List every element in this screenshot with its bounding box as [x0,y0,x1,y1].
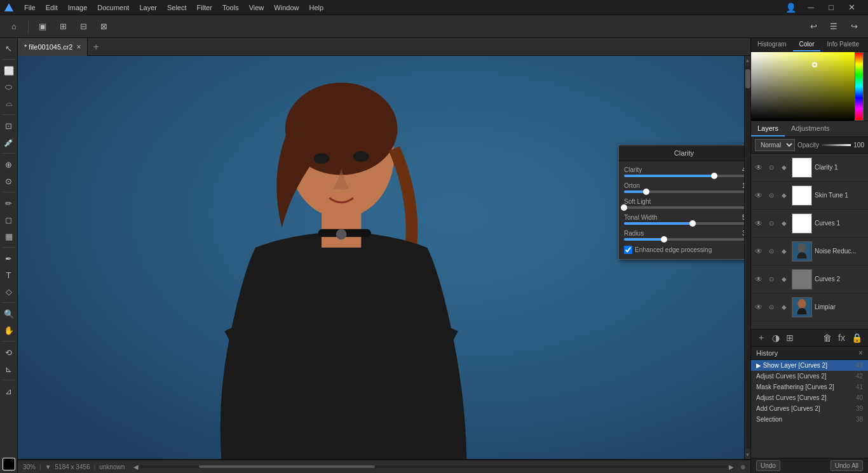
user-icon[interactable]: 👤 [782,0,799,17]
slider-track-4[interactable] [624,238,744,241]
minimize-btn[interactable]: ─ [802,0,820,17]
delete-layer-btn[interactable]: 🗑 [821,332,834,343]
hue-slider-bar[interactable] [855,52,864,121]
document-tab[interactable]: * file001045.cr2 × [18,38,88,56]
menu-filter[interactable]: Filter [192,3,217,13]
slider-track-0[interactable] [624,175,744,177]
eraser-tool[interactable]: ◻ [1,212,17,227]
layer-blend-3[interactable]: ◆ [779,246,789,256]
layer-item-0[interactable]: 👁 ⊙ ◆ Clarity 1 [751,154,868,182]
adjustments-tab[interactable]: Adjustments [785,121,836,137]
eyedropper-tool[interactable]: 💉 [1,135,17,150]
redo-toolbar-btn[interactable]: ↪ [845,18,863,36]
history-item-1[interactable]: Adjust Curves [Curves 2] 42 [751,371,868,382]
history-item-2[interactable]: Mask Feathering [Curves 2] 41 [751,382,868,392]
menu-tools[interactable]: Tools [217,3,244,13]
layer-visibility-5[interactable]: 👁 [754,302,764,312]
rect-select-tool[interactable]: ⬜ [1,63,17,78]
clone-tool[interactable]: ⊙ [1,173,17,189]
layer-type-5[interactable]: ⊙ [766,302,776,312]
info-palette-tab[interactable]: Info Palette [820,38,865,51]
tab-add-btn[interactable]: + [88,41,104,53]
opacity-slider[interactable] [822,144,851,146]
hscroll-left[interactable]: ◀ [133,463,139,470]
lock-btn[interactable]: 🔒 [850,332,864,343]
transform-tool[interactable]: ⟲ [1,345,17,360]
layer-blend-1[interactable]: ◆ [779,190,789,201]
pen-tool[interactable]: ✒ [1,251,17,266]
layer-blend-5[interactable]: ◆ [779,302,789,312]
ellipse-select-tool[interactable]: ⬭ [1,79,17,95]
lasso-tool[interactable]: ⌓ [1,96,17,111]
layer-type-1[interactable]: ⊙ [766,190,776,201]
color-picker[interactable] [751,52,868,121]
layer-type-2[interactable]: ⊙ [766,218,776,229]
menu-edit[interactable]: Edit [41,3,63,13]
canvas-vertical-scrollbar[interactable]: ▲ ▼ [744,56,750,459]
menu-toolbar-btn[interactable]: ☰ [825,18,843,36]
slider-thumb-3[interactable] [689,220,696,227]
color-tab[interactable]: Color [793,38,821,51]
history-item-5[interactable]: Selection 38 [751,414,868,425]
shape-tool[interactable]: ◇ [1,284,17,299]
blend-mode-select[interactable]: Normal [755,139,795,151]
menu-help[interactable]: Help [304,3,329,13]
layer-item-3[interactable]: 👁 ⊙ ◆ Noise Reduc... [751,237,868,265]
layers-tab[interactable]: Layers [751,121,785,137]
undo-all-btn[interactable]: Undo All [831,460,863,471]
undo-toolbar-btn[interactable]: ↩ [804,18,822,36]
text-tool[interactable]: T [1,267,17,283]
gradient-tool[interactable]: ▦ [1,229,17,244]
scroll-down-btn[interactable]: ▼ [745,450,751,459]
crop-tool[interactable]: ⊡ [1,118,17,133]
hscroll-track[interactable] [140,465,728,468]
layer-type-0[interactable]: ⊙ [766,163,776,173]
slider-thumb-4[interactable] [661,236,667,243]
scroll-up-btn[interactable]: ▲ [745,56,751,65]
add-layer-btn[interactable]: ＋ [755,331,768,344]
layer-visibility-3[interactable]: 👁 [754,246,764,256]
home-btn[interactable]: ⌂ [5,18,23,36]
layer-blend-0[interactable]: ◆ [779,163,789,173]
heal-tool[interactable]: ⊕ [1,157,17,172]
duplicate-layer-btn[interactable]: ⊞ [784,332,796,343]
arrange-btn-3[interactable]: ⊟ [74,18,92,36]
move-tool[interactable]: ↖ [1,41,17,56]
layer-blend-2[interactable]: ◆ [779,218,789,229]
history-close-btn[interactable]: × [858,349,863,357]
menu-image[interactable]: Image [63,3,93,13]
histogram-tab[interactable]: Histogram [751,38,793,51]
layer-item-2[interactable]: 👁 ⊙ ◆ Curves 1 [751,210,868,237]
color-swatch[interactable] [3,458,15,470]
slider-thumb-0[interactable] [711,173,717,179]
history-item-3[interactable]: Adjust Curves [Curves 2] 40 [751,392,868,403]
layer-item-4[interactable]: 👁 ⊙ ◆ Curves 2 [751,265,868,293]
layer-type-4[interactable]: ⊙ [766,274,776,284]
layer-visibility-1[interactable]: 👁 [754,190,764,201]
layer-item-1[interactable]: 👁 ⊙ ◆ Skin Tune 1 [751,182,868,210]
menu-select[interactable]: Select [162,3,192,13]
maximize-btn[interactable]: □ [822,0,840,17]
hscroll-thumb[interactable] [199,465,375,468]
history-item-0[interactable]: ▶ Show Layer [Curves 2] 43 [751,360,868,371]
undo-btn[interactable]: Undo [756,460,780,471]
zoom-tool[interactable]: 🔍 [1,306,17,321]
menu-view[interactable]: View [244,3,269,13]
slider-thumb-1[interactable] [643,189,649,195]
measure-tool[interactable]: ⊾ [1,361,17,376]
layer-item-5[interactable]: 👁 ⊙ ◆ Limpiar [751,293,868,321]
scroll-track[interactable] [745,66,750,449]
slider-thumb-2[interactable] [621,204,627,211]
slider-track-3[interactable] [624,222,744,225]
add-adjustment-btn[interactable]: ◑ [770,332,782,343]
layer-visibility-4[interactable]: 👁 [754,274,764,284]
canvas-container[interactable]: Clarity × Clarity 42 Orton 13 [18,56,744,459]
arrange-btn-1[interactable]: ▣ [34,18,51,36]
menu-layer[interactable]: Layer [134,3,162,13]
navigator-icon[interactable]: ⊕ [740,463,745,470]
close-btn[interactable]: ✕ [843,0,860,17]
arrange-btn-4[interactable]: ⊠ [95,18,112,36]
hand-tool[interactable]: ✋ [1,323,17,338]
slider-track-2[interactable] [624,206,744,209]
layer-blend-4[interactable]: ◆ [779,274,789,284]
